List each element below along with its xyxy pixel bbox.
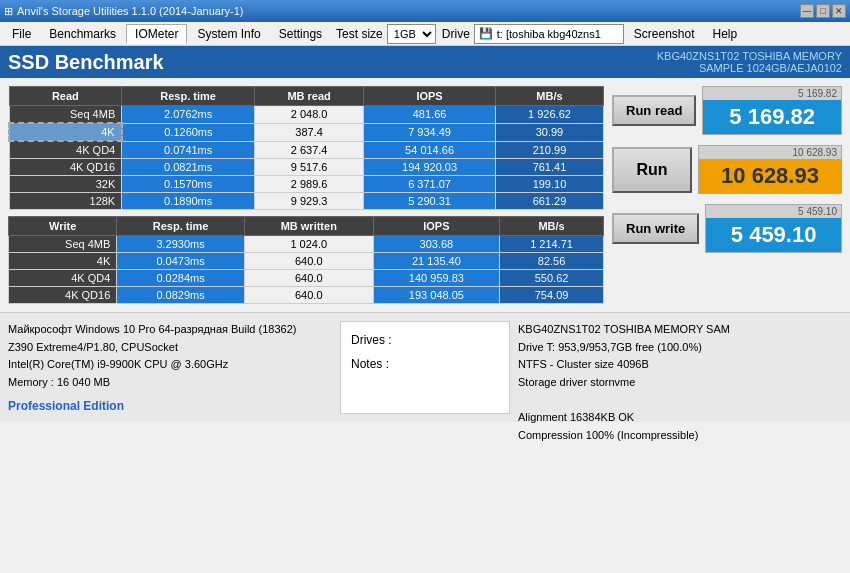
run-write-button[interactable]: Run write [612, 213, 699, 244]
right-panel: Run read 5 169.82 5 169.82 Run 10 628.93… [612, 86, 842, 304]
driveinfo-line1: KBG40ZNS1T02 TOSHIBA MEMORY SAM [518, 321, 842, 339]
table-row: 4K 0.0473ms 640.0 21 135.40 82.56 [9, 253, 604, 270]
run-read-button[interactable]: Run read [612, 95, 696, 126]
resp-time: 0.0473ms [117, 253, 245, 270]
sysinfo-panel: Майкрософт Windows 10 Pro 64-разрядная B… [8, 321, 332, 414]
iops-val: 140 959.83 [373, 270, 500, 287]
iops-val: 481.66 [364, 106, 496, 124]
driveinfo-line5 [518, 391, 842, 409]
resp-time: 0.1570ms [122, 176, 255, 193]
row-label: 4K [9, 123, 122, 141]
drive-label: Drive [442, 27, 470, 41]
professional-edition-label: Professional Edition [8, 397, 332, 416]
sysinfo-line4: Memory : 16 040 MB [8, 374, 332, 392]
row-label: 128K [9, 193, 122, 210]
mbps-val: 210.99 [495, 141, 603, 159]
read-table: Read Resp. time MB read IOPS MB/s Seq 4M… [8, 86, 604, 210]
device-line1: KBG40ZNS1T02 TOSHIBA MEMORY [657, 50, 842, 62]
driveinfo-line4: Storage driver stornvme [518, 374, 842, 392]
mb-val: 640.0 [244, 270, 373, 287]
menu-settings[interactable]: Settings [271, 25, 330, 43]
testsize-select[interactable]: 1GB [387, 24, 436, 44]
read-score-main: 5 169.82 [703, 100, 841, 134]
maximize-button[interactable]: □ [816, 4, 830, 18]
row-label: Seq 4MB [9, 236, 117, 253]
drives-notes-panel: Drives : Notes : [340, 321, 510, 414]
mbps-val: 761.41 [495, 159, 603, 176]
col-iops-w: IOPS [373, 217, 500, 236]
mbps-val: 1 214.71 [500, 236, 604, 253]
mbps-val: 550.62 [500, 270, 604, 287]
col-mbps-w: MB/s [500, 217, 604, 236]
mbps-val: 754.09 [500, 287, 604, 304]
mb-val: 2 048.0 [255, 106, 364, 124]
device-line2: SAMPLE 1024GB/AEJA0102 [657, 62, 842, 74]
mbps-val: 661.29 [495, 193, 603, 210]
drive-value: t: [toshiba kbg40zns1 [497, 28, 601, 40]
mbps-val: 30.99 [495, 123, 603, 141]
ssd-title: SSD Benchmark [8, 51, 164, 74]
resp-time: 0.1890ms [122, 193, 255, 210]
title-bar: ⊞ Anvil's Storage Utilities 1.1.0 (2014-… [0, 0, 850, 22]
table-row: 4K QD16 0.0821ms 9 517.6 194 920.03 761.… [9, 159, 604, 176]
read-score-row: Run read 5 169.82 5 169.82 [612, 86, 842, 135]
driveinfo-line2: Drive T: 953,9/953,7GB free (100.0%) [518, 339, 842, 357]
drives-label: Drives : [351, 328, 499, 352]
col-iops: IOPS [364, 87, 496, 106]
mb-val: 1 024.0 [244, 236, 373, 253]
menu-help[interactable]: Help [705, 25, 746, 43]
drive-selector[interactable]: 💾 t: [toshiba kbg40zns1 [474, 24, 624, 44]
run-button[interactable]: Run [612, 147, 692, 193]
driveinfo-panel: KBG40ZNS1T02 TOSHIBA MEMORY SAM Drive T:… [518, 321, 842, 414]
col-write: Write [9, 217, 117, 236]
resp-time: 0.0284ms [117, 270, 245, 287]
table-row: 4K QD4 0.0284ms 640.0 140 959.83 550.62 [9, 270, 604, 287]
menu-screenshot[interactable]: Screenshot [626, 25, 703, 43]
close-button[interactable]: ✕ [832, 4, 846, 18]
sysinfo-line2: Z390 Extreme4/P1.80, CPUSocket [8, 339, 332, 357]
sysinfo-line3: Intel(R) Core(TM) i9-9900K CPU @ 3.60GHz [8, 356, 332, 374]
col-resp-time: Resp. time [122, 87, 255, 106]
mb-val: 2 637.4 [255, 141, 364, 159]
tables-section: Read Resp. time MB read IOPS MB/s Seq 4M… [8, 86, 604, 304]
iops-val: 21 135.40 [373, 253, 500, 270]
bottom-area: Майкрософт Windows 10 Pro 64-разрядная B… [0, 312, 850, 422]
iops-val: 193 048.05 [373, 287, 500, 304]
window-title: Anvil's Storage Utilities 1.1.0 (2014-Ja… [17, 5, 243, 17]
menu-sysinfo[interactable]: System Info [189, 25, 268, 43]
driveinfo-line7: Compression 100% (Incompressible) [518, 427, 842, 445]
read-score-sub: 5 169.82 [703, 87, 841, 100]
mb-val: 640.0 [244, 253, 373, 270]
total-score-sub: 10 628.93 [699, 146, 841, 159]
write-score-sub: 5 459.10 [706, 205, 841, 218]
table-row: Seq 4MB 2.0762ms 2 048.0 481.66 1 926.62 [9, 106, 604, 124]
row-label: Seq 4MB [9, 106, 122, 124]
iops-val: 54 014.66 [364, 141, 496, 159]
row-label: 4K [9, 253, 117, 270]
row-label: 32K [9, 176, 122, 193]
menu-benchmarks[interactable]: Benchmarks [41, 25, 124, 43]
mb-val: 387.4 [255, 123, 364, 141]
write-score-row: Run write 5 459.10 5 459.10 [612, 204, 842, 253]
menu-bar: File Benchmarks IOMeter System Info Sett… [0, 22, 850, 46]
row-label: 4K QD4 [9, 141, 122, 159]
write-score-box: 5 459.10 5 459.10 [705, 204, 842, 253]
read-score-box: 5 169.82 5 169.82 [702, 86, 842, 135]
row-label: 4K QD4 [9, 270, 117, 287]
total-score-box: 10 628.93 10 628.93 [698, 145, 842, 194]
total-score-main: 10 628.93 [699, 159, 841, 193]
mbps-val: 82.56 [500, 253, 604, 270]
write-table: Write Resp. time MB written IOPS MB/s Se… [8, 216, 604, 304]
table-row: 4K QD16 0.0829ms 640.0 193 048.05 754.09 [9, 287, 604, 304]
driveinfo-line6: Alignment 16384KB OK [518, 409, 842, 427]
sysinfo-line1: Майкрософт Windows 10 Pro 64-разрядная B… [8, 321, 332, 339]
menu-file[interactable]: File [4, 25, 39, 43]
mb-val: 2 989.6 [255, 176, 364, 193]
table-row: 32K 0.1570ms 2 989.6 6 371.07 199.10 [9, 176, 604, 193]
table-row: 4K QD4 0.0741ms 2 637.4 54 014.66 210.99 [9, 141, 604, 159]
resp-time: 0.0741ms [122, 141, 255, 159]
minimize-button[interactable]: — [800, 4, 814, 18]
driveinfo-line3: NTFS - Cluster size 4096B [518, 356, 842, 374]
menu-iometer[interactable]: IOMeter [126, 24, 187, 44]
col-resp-time-w: Resp. time [117, 217, 245, 236]
